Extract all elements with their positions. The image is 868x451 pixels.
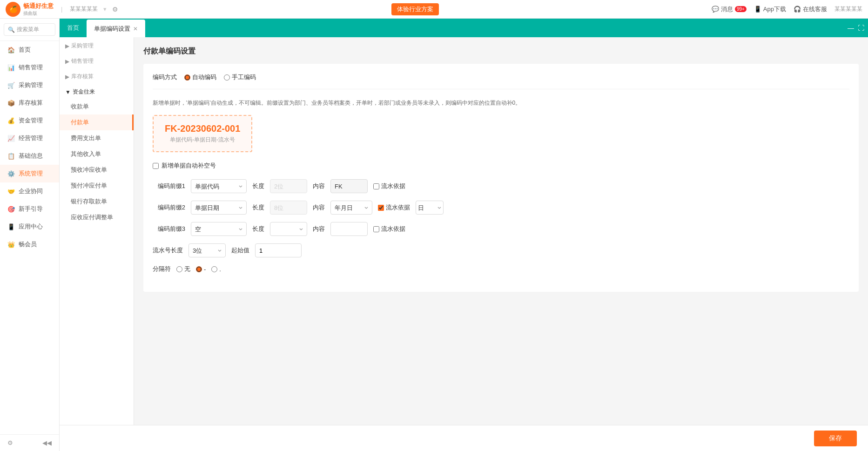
content-2-select[interactable]: 年月日 [330, 201, 372, 215]
length-3-select[interactable] [270, 222, 307, 236]
sub-group-sales-title[interactable]: ▶ 销售管理 [60, 53, 134, 68]
settings-footer-icon[interactable]: ⚙ [7, 439, 13, 446]
prefix-1-select[interactable]: 单据代码 [191, 179, 247, 193]
auto-fill-checkbox[interactable] [153, 163, 159, 169]
tab-home[interactable]: 首页 [60, 19, 87, 37]
sidebar-item-fund[interactable]: 💰 资金管理 [0, 112, 59, 129]
logo-icon: 🍊 [6, 2, 20, 17]
length-1-select[interactable]: 2位 [270, 179, 307, 193]
sub-item-adjust[interactable]: 应收应付调整单 [60, 209, 134, 225]
guide-icon: 🎯 [7, 205, 15, 213]
sub-item-pre-payment[interactable]: 预付冲应付单 [60, 178, 134, 194]
sidebar-item-inventory[interactable]: 📦 库存核算 [0, 94, 59, 112]
sep-dot-radio[interactable] [211, 266, 217, 272]
code-preview-sub: 单据代码-单据日期-流水号 [165, 136, 240, 144]
sidebar-item-guide[interactable]: 🎯 新手引导 [0, 200, 59, 218]
auto-encode-radio[interactable] [184, 74, 190, 81]
stream-1-checkbox[interactable] [373, 183, 379, 189]
prefix-row-3: 编码前缀3 空 长度 内容 流水依据 [153, 222, 849, 236]
sidebar-item-home[interactable]: 🏠 首页 [0, 41, 59, 59]
message-badge: 99+ [735, 6, 747, 12]
fund-icon: 💰 [7, 117, 15, 124]
sub-item-expense[interactable]: 费用支出单 [60, 130, 134, 146]
tab-encode-setting[interactable]: 单据编码设置 ✕ [87, 20, 145, 38]
arrow-icon: ▶ [65, 58, 69, 65]
sidebar-footer: ⚙ ◀◀ [0, 434, 59, 451]
stream-3-label: 流水依据 [373, 225, 405, 233]
minimize-icon[interactable]: — [848, 24, 854, 32]
app-download-btn[interactable]: 📱 App下载 [754, 5, 786, 13]
logo-area: 🍊 畅通好生意 插曲版 [6, 2, 54, 17]
stream-1-label: 流水依据 [373, 182, 405, 190]
auto-encode-label: 自动编码 [192, 73, 216, 81]
sidebar-nav: 🏠 首页 📊 销售管理 🛒 采购管理 📦 库存核算 💰 资金管理 📈 经 [0, 41, 59, 434]
sub-group-fund: ▼ 资金往来 收款单 付款单 费用支出单 其他收入单 [60, 83, 134, 225]
tab-bar: 首页 单据编码设置 ✕ — ⛶ [60, 19, 868, 37]
sep-dash-radio[interactable] [196, 266, 202, 272]
sidebar-item-basic[interactable]: 📋 基础信息 [0, 147, 59, 165]
auto-encode-option[interactable]: 自动编码 [184, 73, 216, 81]
sep-dash-option[interactable]: - [196, 266, 206, 273]
maximize-icon[interactable]: ⛶ [858, 24, 864, 32]
sep-dot-option[interactable]: . [211, 266, 221, 273]
operation-icon: 📈 [7, 135, 15, 142]
settings-icon[interactable]: ⚙ [112, 6, 118, 13]
content-3-input[interactable] [330, 222, 368, 236]
stream-3-checkbox[interactable] [373, 226, 379, 232]
member-icon: 👑 [7, 241, 15, 248]
sub-group-sales: ▶ 销售管理 [60, 53, 134, 68]
tab-close-icon[interactable]: ✕ [133, 26, 138, 32]
inventory-icon: 📦 [7, 99, 15, 107]
search-menu-btn[interactable]: 🔍 搜索菜单 [4, 23, 55, 36]
sub-item-bank[interactable]: 银行存取款单 [60, 194, 134, 209]
sep-none-option[interactable]: 无 [176, 265, 190, 273]
sidebar-item-operation[interactable]: 📈 经营管理 [0, 129, 59, 147]
sidebar-item-system[interactable]: ⚙️ 系统管理 [0, 165, 59, 182]
auto-fill-label: 新增单据自动补空号 [161, 162, 216, 170]
prefix-2-select[interactable]: 单据日期 [191, 201, 247, 215]
sub-sidebar: ▶ 采购管理 ▶ 销售管理 ▶ 库存核算 [60, 37, 134, 425]
form-card: 编码方式 自动编码 手工编码 新增单据时，'单据编码'自动生成，不可编辑。前缀设… [143, 64, 859, 292]
length-2-label: 长度 [252, 203, 264, 212]
sidebar-item-apps[interactable]: 📱 应用中心 [0, 218, 59, 236]
content-2-label: 内容 [313, 203, 325, 212]
collapse-icon[interactable]: ◀◀ [42, 439, 52, 446]
sidebar-item-label: 销售管理 [19, 63, 43, 72]
sub-item-receipt[interactable]: 收款单 [60, 99, 134, 114]
message-btn[interactable]: 💬 消息 99+ [712, 5, 747, 13]
sub-item-pre-receipt[interactable]: 预收冲应收单 [60, 162, 134, 178]
serial-row: 流水号长度 3位 4位 5位 起始值 [153, 243, 849, 257]
sub-group-inventory-title[interactable]: ▶ 库存核算 [60, 68, 134, 83]
sidebar-item-corp[interactable]: 🤝 企业协同 [0, 182, 59, 200]
stream-2-checkbox[interactable] [378, 205, 384, 211]
system-icon: ⚙️ [7, 170, 15, 177]
industry-btn[interactable]: 体验行业方案 [391, 3, 439, 15]
arrow-icon: ▶ [65, 43, 69, 49]
sidebar-item-label: 系统管理 [19, 169, 43, 178]
sep-dot-label: . [219, 266, 221, 273]
prefix-2-label: 编码前缀2 [153, 203, 185, 212]
sidebar-item-sales[interactable]: 📊 销售管理 [0, 59, 59, 76]
length-3-label: 长度 [252, 225, 264, 233]
sidebar-item-purchase[interactable]: 🛒 采购管理 [0, 76, 59, 94]
online-service-btn[interactable]: 🎧 在线客服 [794, 5, 827, 13]
sub-group-fund-title[interactable]: ▼ 资金往来 [60, 83, 134, 99]
sidebar-item-member[interactable]: 👑 畅会员 [0, 236, 59, 253]
sub-group-purchase-title[interactable]: ▶ 采购管理 [60, 37, 134, 53]
right-panel: ▶ 采购管理 ▶ 销售管理 ▶ 库存核算 [60, 37, 868, 425]
length-2-select[interactable]: 8位 [270, 201, 307, 215]
save-button[interactable]: 保存 [814, 431, 857, 446]
sidebar-item-label: 资金管理 [19, 116, 43, 125]
start-value-input[interactable] [255, 243, 302, 257]
prefix-3-select[interactable]: 空 [191, 222, 247, 236]
serial-length-select[interactable]: 3位 4位 5位 [188, 243, 226, 257]
apps-icon: 📱 [7, 223, 15, 230]
sub-item-other-income[interactable]: 其他收入单 [60, 146, 134, 162]
sales-icon: 📊 [7, 64, 15, 71]
stream-2-select[interactable]: 日 月 年 [416, 201, 444, 215]
sep-none-radio[interactable] [176, 266, 182, 272]
sub-item-payment[interactable]: 付款单 [60, 114, 134, 130]
manual-encode-option[interactable]: 手工编码 [224, 73, 256, 81]
manual-encode-radio[interactable] [224, 74, 230, 81]
arrow-down-icon: ▼ [65, 89, 71, 95]
